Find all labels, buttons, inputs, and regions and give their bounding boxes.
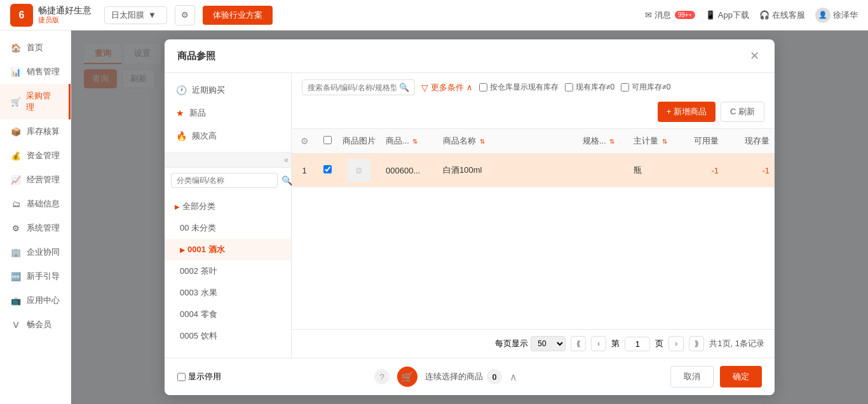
sidebar-item-home[interactable]: 🏠 首页 [0,36,71,60]
modal-title: 商品参照 [177,50,215,62]
user-btn[interactable]: 👤 徐泽华 [815,8,858,23]
available-filter[interactable]: 现有库存≠0 [565,82,614,93]
collapse-panel-btn[interactable]: « [165,152,291,168]
filter-btn[interactable]: ▽ 更多条件 ∧ [421,82,473,93]
th-name[interactable]: 商品名称 ⇅ [438,129,578,154]
first-page-btn[interactable]: ⟪ [571,336,586,351]
sidebar-item-guide[interactable]: 🆕 新手引导 [0,264,71,288]
pagination-bar: 每页显示 50 10 20 100 ⟪ ‹ 第 [292,329,775,358]
product-table: ⚙ 商品图片 [292,129,775,187]
help-icon[interactable]: ? [374,369,390,384]
confirm-btn[interactable]: 确定 [720,366,762,387]
usable-label: 可用库存≠0 [632,82,670,93]
sidebar-label-basic: 基础信息 [27,198,60,210]
select-all-checkbox[interactable] [323,136,332,144]
sidebar-item-management[interactable]: 📈 经营管理 [0,168,71,192]
product-search-input[interactable] [308,83,397,92]
category-all[interactable]: ▶ 全部分类 [165,196,291,217]
page-size-selector: 每页显示 50 10 20 100 [495,336,566,351]
category-liquor[interactable]: ▶ 0001 酒水 [165,239,291,260]
next-page-btn[interactable]: › [668,336,684,351]
sidebar-item-apps[interactable]: 📺 应用中心 [0,288,71,313]
cart-btn[interactable]: 🛒 [397,367,417,387]
top-nav: 6 畅捷通好生意 捷员版 日太阳膜 ▼ ⚙ 体验行业方案 ✉ 消息 99++ 📱… [0,0,868,30]
modal-close-btn[interactable]: ✕ [747,48,762,64]
th-unit[interactable]: 主计量 ⇅ [628,129,673,154]
management-icon: 📈 [10,174,22,185]
active-expand-icon: ▶ [180,246,185,253]
home-icon: 🏠 [10,42,22,53]
category-unclassified[interactable]: 00 未分类 [165,217,291,239]
row-code: 000600... [381,154,438,187]
product-search-box: 🔍 [302,79,415,95]
notification-btn[interactable]: ✉ 消息 99++ [645,10,695,21]
content-area: 查询 设置 查询 刷新 设置 商品参照 ✕ [71,30,868,404]
page-input[interactable] [625,337,650,351]
modal-header: 商品参照 ✕ [165,39,775,73]
sidebar-item-basic[interactable]: 🗂 基础信息 [0,192,71,216]
add-product-btn[interactable]: + 新增商品 [658,102,715,122]
last-page-btn[interactable]: ⟫ [689,336,704,351]
per-page-select[interactable]: 50 10 20 100 [531,336,566,351]
category-water[interactable]: 0008 水 [165,347,291,351]
sidebar-item-enterprise[interactable]: 🏢 企业协同 [0,240,71,264]
sidebar-label-inventory: 库存核算 [27,126,60,137]
sidebar-item-inventory[interactable]: 📦 库存核算 [0,119,71,144]
username: 徐泽华 [833,10,858,21]
basic-icon: 🗂 [10,198,22,210]
product-search-icon[interactable]: 🔍 [399,83,409,92]
sidebar-label-sales: 销售管理 [27,66,60,77]
available-checkbox[interactable] [565,83,573,91]
app-download-btn[interactable]: 📱 App下载 [705,10,749,21]
usable-filter[interactable]: 可用库存≠0 [621,82,670,93]
recent-purchase-item[interactable]: 🕐 近期购买 [170,79,286,101]
page-total: 共1页, 1条记录 [709,338,764,349]
category-beverage[interactable]: 0005 饮料 [165,325,291,347]
left-panel: 🕐 近期购买 ★ 新品 🔥 频次高 [165,73,292,358]
experience-btn[interactable]: 体验行业方案 [203,6,273,25]
category-fruit[interactable]: 0003 水果 [165,282,291,304]
category-snack[interactable]: 0004 零食 [165,304,291,325]
row-checkbox[interactable] [323,165,332,173]
new-product-item[interactable]: ★ 新品 [170,102,286,124]
per-page-label: 每页显示 [495,338,528,349]
filter-arrow: ∧ [466,83,473,92]
sidebar-item-member[interactable]: V 畅会员 [0,313,71,337]
warehouse-filter[interactable]: 按仓库显示现有库存 [479,82,559,93]
th-code[interactable]: 商品... ⇅ [381,129,438,154]
show-disabled-checkbox[interactable] [177,373,186,381]
notification-badge: 99++ [675,11,695,19]
table-row[interactable]: 1 🖼 000600... 白酒100ml [292,154,775,187]
sidebar-label-member: 畅会员 [27,319,51,330]
page-suffix: 页 [655,338,663,349]
online-service-btn[interactable]: 🎧 在线客服 [759,10,805,21]
usable-checkbox[interactable] [621,83,629,91]
nav-selector[interactable]: 日太阳膜 ▼ [104,6,167,24]
sidebar-item-finance[interactable]: 💰 资金管理 [0,144,71,168]
sidebar-label-system: 系统管理 [27,222,60,234]
settings-icon[interactable]: ⚙ [175,5,195,25]
sidebar-item-sales[interactable]: 📊 销售管理 [0,60,71,84]
finance-icon: 💰 [10,150,22,161]
phone-icon: 📱 [705,10,715,20]
footer-right: 取消 确定 [670,366,762,387]
category-tea[interactable]: 0002 茶叶 [165,260,291,282]
prev-page-btn[interactable]: ‹ [591,336,606,351]
sidebar-item-system[interactable]: ⚙ 系统管理 [0,216,71,240]
sort-name-icon: ⇅ [480,138,485,145]
page-label: 第 [611,338,620,349]
high-freq-item[interactable]: 🔥 频次高 [170,125,286,147]
footer-collapse-btn[interactable]: ∧ [510,371,517,383]
avatar: 👤 [815,8,831,23]
sidebar-label-finance: 资金管理 [27,150,60,161]
column-settings-icon[interactable]: ⚙ [301,136,309,146]
th-spec[interactable]: 规格... ⇅ [578,129,628,154]
refresh-btn[interactable]: C 刷新 [721,102,764,122]
available-label: 现有库存≠0 [576,82,614,93]
cancel-btn[interactable]: 取消 [670,366,714,387]
new-product-label: 新品 [189,107,206,119]
category-search-btn[interactable]: 🔍 [280,174,294,187]
category-search-input[interactable] [171,173,278,188]
warehouse-checkbox[interactable] [479,83,487,91]
sidebar-item-purchase[interactable]: 🛒 采购管理 [0,84,71,119]
